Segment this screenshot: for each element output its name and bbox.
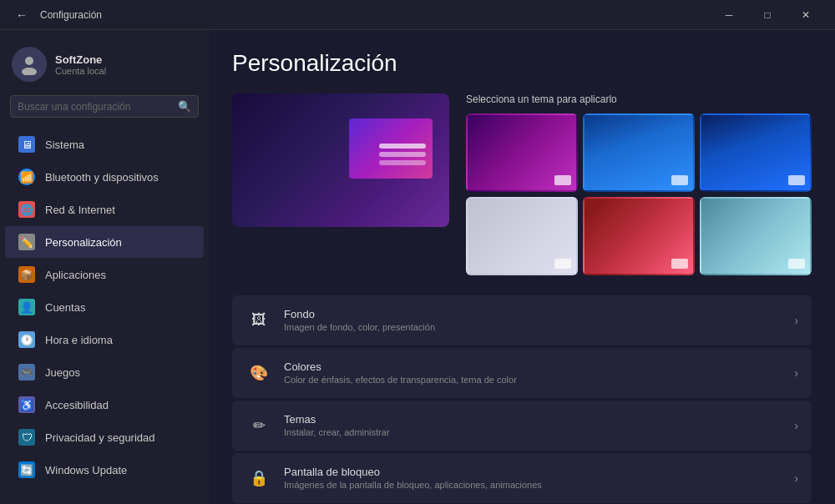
settings-icon-pantalla-bloqueo: 🔒 (245, 465, 272, 491)
settings-icon-colores: 🎨 (245, 360, 272, 386)
theme-indicator-1 (554, 175, 571, 185)
chevron-right-icon-fondo: › (794, 314, 798, 327)
nav-icon-cuentas: 👤 (18, 299, 35, 315)
titlebar-left: ← Configuración (10, 3, 102, 27)
nav-icon-bluetooth: 📶 (18, 169, 35, 185)
theme-indicator-4 (554, 259, 571, 269)
settings-item-fondo[interactable]: 🖼 Fondo Imagen de fondo, color, presenta… (232, 295, 812, 345)
sidebar-item-red[interactable]: 🌐 Red & Internet (5, 194, 204, 225)
theme-indicator-2 (671, 175, 688, 185)
theme-grid (466, 113, 812, 275)
theme-select-label: Selecciona un tema para aplicarlo (466, 93, 812, 105)
nav-icon-accesibilidad: ♿ (18, 396, 35, 413)
nav-icon-privacidad: 🛡 (18, 429, 35, 446)
theme-indicator-5 (671, 259, 688, 269)
back-button[interactable]: ← (10, 3, 33, 27)
settings-icon-fondo: 🖼 (245, 307, 272, 334)
sidebar-item-windows[interactable]: 🔄 Windows Update (5, 454, 204, 486)
app-layout: SoftZone Cuenta local 🔍 🖥 Sistema 📶 Blue… (0, 30, 835, 504)
settings-title-temas: Temas (284, 413, 782, 426)
page-title: Personalización (232, 50, 812, 77)
sidebar-item-cuentas[interactable]: 👤 Cuentas (5, 291, 204, 323)
chevron-right-icon-colores: › (794, 366, 798, 380)
minimize-button[interactable]: ─ (710, 0, 748, 30)
theme-card-3[interactable] (700, 113, 812, 192)
settings-text-temas: Temas Instalar, crear, administrar (284, 413, 782, 437)
svg-point-0 (25, 57, 33, 65)
theme-indicator-6 (788, 259, 805, 269)
sidebar-item-label-cuentas: Cuentas (45, 301, 85, 314)
theme-card-6[interactable] (700, 197, 812, 275)
sidebar-item-label-personalizacion: Personalización (45, 236, 122, 249)
maximize-button[interactable]: □ (748, 0, 787, 30)
sidebar: SoftZone Cuenta local 🔍 🖥 Sistema 📶 Blue… (0, 30, 209, 504)
nav-icon-hora: 🕐 (18, 331, 35, 348)
theme-card-2[interactable] (583, 113, 695, 192)
nav-icon-aplicaciones: 📦 (18, 266, 35, 283)
sidebar-item-accesibilidad[interactable]: ♿ Accesibilidad (5, 389, 204, 421)
search-box[interactable]: 🔍 (10, 95, 199, 118)
theme-preview-main (232, 93, 449, 227)
sidebar-item-bluetooth[interactable]: 📶 Bluetooth y dispositivos (5, 161, 204, 193)
search-input[interactable] (18, 101, 178, 113)
settings-text-pantalla-bloqueo: Pantalla de bloqueo Imágenes de la panta… (284, 466, 782, 490)
user-subtitle: Cuenta local (55, 66, 106, 76)
titlebar-title: Configuración (40, 9, 102, 21)
sidebar-item-sistema[interactable]: 🖥 Sistema (5, 129, 204, 160)
theme-card-4[interactable] (466, 197, 578, 275)
sidebar-item-label-red: Red & Internet (45, 204, 115, 216)
sidebar-item-label-accesibilidad: Accesibilidad (45, 399, 109, 411)
nav-icon-red: 🌐 (18, 201, 35, 218)
sidebar-item-label-privacidad: Privacidad y seguridad (45, 431, 155, 444)
settings-item-pantalla-bloqueo[interactable]: 🔒 Pantalla de bloqueo Imágenes de la pan… (232, 453, 812, 503)
theme-grid-right: Selecciona un tema para aplicarlo (466, 93, 812, 275)
titlebar: ← Configuración ─ □ ✕ (0, 0, 835, 30)
settings-text-colores: Colores Color de énfasis, efectos de tra… (284, 360, 782, 385)
settings-subtitle-pantalla-bloqueo: Imágenes de la pantalla de bloqueo, apli… (284, 480, 782, 490)
sidebar-item-label-bluetooth: Bluetooth y dispositivos (45, 171, 159, 184)
sidebar-item-label-windows: Windows Update (45, 464, 127, 476)
close-button[interactable]: ✕ (787, 0, 825, 30)
settings-title-pantalla-bloqueo: Pantalla de bloqueo (284, 466, 782, 478)
sidebar-item-label-aplicaciones: Aplicaciones (45, 269, 106, 281)
sidebar-item-personalizacion[interactable]: ✏️ Personalización (5, 226, 204, 258)
nav-icon-windows: 🔄 (18, 461, 35, 478)
chevron-right-icon-pantalla-bloqueo: › (794, 471, 798, 485)
nav-icon-sistema: 🖥 (18, 136, 35, 153)
settings-item-temas[interactable]: ✏ Temas Instalar, crear, administrar › (232, 401, 812, 451)
titlebar-controls: ─ □ ✕ (710, 0, 825, 30)
sidebar-item-label-juegos: Juegos (45, 366, 80, 379)
main-content: Personalización Selecciona un tema para … (209, 30, 835, 504)
search-icon: 🔍 (178, 100, 191, 113)
sidebar-item-privacidad[interactable]: 🛡 Privacidad y seguridad (5, 421, 204, 453)
user-info: SoftZone Cuenta local (55, 53, 106, 76)
settings-item-colores[interactable]: 🎨 Colores Color de énfasis, efectos de t… (232, 348, 812, 398)
nav-items: 🖥 Sistema 📶 Bluetooth y dispositivos 🌐 R… (0, 128, 209, 486)
svg-point-1 (22, 68, 37, 75)
settings-subtitle-fondo: Imagen de fondo, color, presentación (284, 322, 782, 332)
sidebar-item-aplicaciones[interactable]: 📦 Aplicaciones (5, 259, 204, 290)
settings-title-fondo: Fondo (284, 308, 782, 320)
settings-icon-temas: ✏ (245, 412, 272, 439)
settings-title-colores: Colores (284, 360, 782, 373)
settings-subtitle-colores: Color de énfasis, efectos de transparenc… (284, 375, 782, 385)
nav-icon-juegos: 🎮 (18, 364, 35, 381)
theme-card-1[interactable] (466, 113, 578, 192)
chevron-right-icon-temas: › (794, 419, 798, 432)
sidebar-item-juegos[interactable]: 🎮 Juegos (5, 356, 204, 388)
settings-text-fondo: Fondo Imagen de fondo, color, presentaci… (284, 308, 782, 332)
user-section: SoftZone Cuenta local (0, 40, 209, 95)
sidebar-item-label-sistema: Sistema (45, 139, 84, 151)
nav-icon-personalizacion: ✏️ (18, 234, 35, 250)
themes-section: Selecciona un tema para aplicarlo (232, 93, 812, 275)
settings-list: 🖼 Fondo Imagen de fondo, color, presenta… (232, 295, 812, 504)
theme-card-5[interactable] (583, 197, 695, 275)
sidebar-item-hora[interactable]: 🕐 Hora e idioma (5, 324, 204, 355)
settings-subtitle-temas: Instalar, crear, administrar (284, 427, 782, 437)
theme-indicator-3 (788, 175, 805, 185)
sidebar-item-label-hora: Hora e idioma (45, 334, 113, 346)
user-name: SoftZone (55, 53, 106, 66)
avatar (12, 47, 47, 82)
